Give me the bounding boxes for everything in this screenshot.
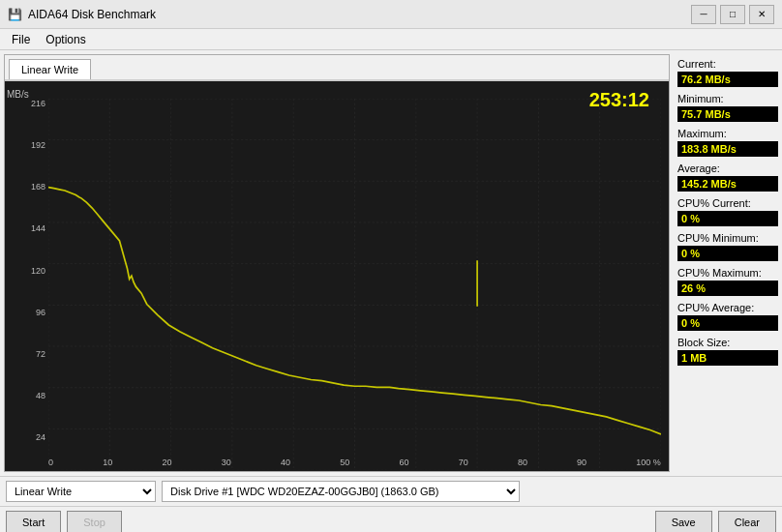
maximum-label: Maximum: [677, 128, 778, 139]
title-bar: 💾 AIDA64 Disk Benchmark ─ □ ✕ [0, 0, 782, 29]
cpu-minimum-value: 0 % [677, 246, 778, 261]
minimize-button[interactable]: ─ [691, 5, 716, 24]
menu-file[interactable]: File [4, 31, 38, 48]
minimum-label: Minimum: [677, 93, 778, 104]
minimum-value: 75.7 MB/s [677, 106, 778, 122]
cpu-current-value: 0 % [677, 211, 778, 226]
y-axis-labels: 216 192 168 144 120 96 72 48 24 [7, 99, 45, 442]
window-controls: ─ □ ✕ [691, 5, 774, 24]
cpu-average-value: 0 % [677, 315, 778, 331]
cpu-current-label: CPU% Current: [677, 197, 778, 209]
start-button[interactable]: Start [6, 511, 61, 532]
save-button[interactable]: Save [655, 511, 712, 532]
clear-button[interactable]: Clear [718, 511, 776, 532]
test-type-dropdown[interactable]: Linear Write [6, 481, 156, 502]
app-icon: 💾 [8, 8, 22, 21]
cpu-maximum-label: CPU% Maximum: [677, 267, 778, 279]
current-value: 76.2 MB/s [677, 72, 778, 87]
bottom-controls: Linear Write Disk Drive #1 [WDC WD20EZAZ… [0, 476, 782, 532]
average-label: Average: [677, 163, 778, 174]
maximum-value: 183.8 MB/s [677, 141, 778, 157]
current-label: Current: [677, 58, 778, 70]
main-area: Linear Write 253:12 MB/s 216 192 168 144… [0, 50, 782, 476]
stop-button[interactable]: Stop [67, 511, 122, 532]
maximize-button[interactable]: □ [720, 5, 745, 24]
chart-container: 253:12 MB/s 216 192 168 144 120 96 72 48… [5, 81, 669, 471]
menu-options[interactable]: Options [38, 31, 93, 48]
menu-bar: File Options [0, 29, 782, 50]
x-axis-labels: 0 10 20 30 40 50 60 70 80 90 100 % [48, 458, 661, 467]
chart-section: Linear Write 253:12 MB/s 216 192 168 144… [4, 54, 670, 472]
drive-dropdown[interactable]: Disk Drive #1 [WDC WD20EZAZ-00GGJB0] (18… [162, 481, 520, 502]
title-bar-left: 💾 AIDA64 Disk Benchmark [8, 8, 156, 21]
controls-row1: Linear Write Disk Drive #1 [WDC WD20EZAZ… [0, 477, 782, 507]
cpu-minimum-label: CPU% Minimum: [677, 232, 778, 244]
block-size-label: Block Size: [677, 337, 778, 348]
tab-linear-write[interactable]: Linear Write [9, 59, 91, 79]
close-button[interactable]: ✕ [749, 5, 774, 24]
controls-row2: Start Stop Save Clear [0, 507, 782, 532]
chart-svg [48, 99, 661, 470]
window-title: AIDA64 Disk Benchmark [28, 8, 156, 21]
cpu-average-label: CPU% Average: [677, 302, 778, 313]
average-value: 145.2 MB/s [677, 176, 778, 192]
right-panel: Current: 76.2 MB/s Minimum: 75.7 MB/s Ma… [674, 50, 782, 476]
tab-bar: Linear Write [5, 55, 669, 81]
cpu-maximum-value: 26 % [677, 281, 778, 296]
block-size-value: 1 MB [677, 350, 778, 366]
